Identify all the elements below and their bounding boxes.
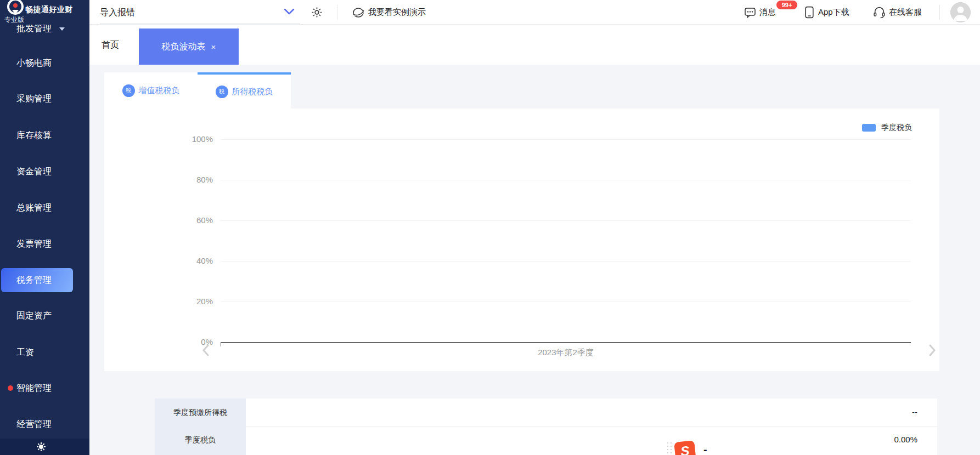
tab-tax-fluctuation-active[interactable]: 税负波动表 ×	[139, 29, 239, 65]
window-tab-bar: 首页 税负波动表 ×	[89, 25, 980, 65]
topbar-divider	[337, 5, 337, 20]
user-avatar[interactable]	[950, 2, 971, 22]
chevron-down-icon[interactable]	[284, 8, 295, 15]
sidebar-item-tax-active[interactable]: 税务管理	[1, 268, 73, 292]
assistant-logo-icon[interactable]: S	[674, 440, 696, 455]
y-axis-tick: 40%	[159, 256, 213, 265]
close-tab-icon[interactable]: ×	[211, 42, 216, 52]
sidebar-item-fixed-assets[interactable]: 固定资产	[0, 304, 89, 328]
brand-edition: 专业版	[4, 15, 24, 25]
y-axis-tick: 100%	[159, 134, 213, 144]
sidebar: 批发管理 畅捷通好业财 专业版 小畅电商 采购管理 库存核算 资金管理 总账管理…	[0, 0, 89, 455]
settings-gear-icon[interactable]	[36, 442, 46, 452]
subtab-vat-tax[interactable]: 税 增值税税负	[104, 72, 198, 109]
demo-globe-icon	[352, 7, 365, 19]
y-axis-tick: 80%	[159, 175, 213, 184]
gridline	[221, 261, 911, 261]
legend-label: 季度税负	[881, 123, 912, 133]
chart-prev-arrow[interactable]	[202, 344, 210, 356]
legend-swatch	[862, 124, 876, 132]
subtab-label: 增值税税负	[139, 86, 180, 96]
sidebar-item-label: 固定资产	[16, 311, 52, 320]
brand-header: 畅捷通好业财 专业版	[0, 0, 89, 25]
tax-summary-table: 季度预缴所得税 -- 季度税负 0.00%	[155, 399, 937, 455]
sidebar-item-inventory[interactable]: 库存核算	[0, 123, 89, 147]
sidebar-item-label: 采购管理	[16, 94, 52, 103]
message-bubble-icon	[744, 7, 756, 19]
tab-home-label: 首页	[102, 40, 119, 49]
y-axis-tick: 20%	[159, 297, 213, 306]
sidebar-item-label: 工资	[16, 348, 34, 357]
drag-handle-icon[interactable]	[667, 442, 673, 455]
notification-dot	[8, 385, 13, 391]
sidebar-item-payroll[interactable]: 工资	[0, 340, 89, 365]
x-axis-category-label: 2023年第2季度	[456, 348, 675, 358]
sidebar-item-smart[interactable]: 智能管理	[0, 376, 89, 400]
table-row-value: --	[246, 399, 927, 426]
brand-name: 畅捷通好业财	[25, 5, 73, 15]
gridline	[221, 180, 911, 180]
x-axis-line	[221, 342, 911, 343]
tab-home[interactable]: 首页	[102, 25, 119, 65]
demo-link[interactable]: 我要看实例演示	[352, 0, 426, 25]
sidebar-item-ledger[interactable]: 总账管理	[0, 196, 89, 220]
widget-minimize-dash[interactable]: -	[703, 443, 707, 455]
sidebar-item-label: 批发管理	[16, 24, 52, 33]
sidebar-item-label: 库存核算	[16, 130, 52, 140]
headset-icon	[873, 6, 886, 19]
tax-badge-icon: 税	[216, 86, 228, 98]
sidebar-item-label: 智能管理	[16, 383, 52, 393]
sidebar-item-label: 发票管理	[16, 239, 52, 248]
demo-link-label: 我要看实例演示	[368, 7, 426, 18]
phone-icon	[804, 6, 815, 19]
tab-label: 税负波动表	[162, 41, 206, 53]
chart-legend[interactable]: 季度税负	[862, 123, 912, 133]
sidebar-item-operations[interactable]: 经营管理	[0, 412, 89, 436]
x-axis-tick	[221, 342, 221, 346]
messages-badge: 99+	[776, 1, 797, 9]
gridline	[221, 220, 911, 221]
app-download-button[interactable]: App下载	[804, 0, 849, 25]
tax-burden-chart: 季度税负 100% 80% 60% 40% 20% 0% 2023年第2季度	[104, 109, 939, 371]
gridline	[221, 139, 911, 140]
settings-gear-button[interactable]	[311, 0, 323, 25]
sidebar-item-label: 总账管理	[16, 203, 52, 212]
tax-badge-icon: 税	[122, 84, 135, 97]
topbar: 导入报错 我要看实例演示 99+	[89, 0, 980, 25]
topbar-divider	[939, 5, 940, 20]
online-support-button[interactable]: 在线客服	[873, 0, 922, 25]
chart-next-arrow[interactable]	[928, 344, 936, 356]
messages-button[interactable]: 消息	[744, 0, 776, 25]
sidebar-item-invoice[interactable]: 发票管理	[0, 232, 89, 256]
app-window: 批发管理 畅捷通好业财 专业版 小畅电商 采购管理 库存核算 资金管理 总账管理…	[0, 0, 980, 455]
table-row-label: 季度预缴所得税	[155, 399, 246, 426]
sidebar-item-ecommerce[interactable]: 小畅电商	[0, 51, 89, 75]
subtab-label: 所得税税负	[232, 87, 273, 97]
sidebar-item-label: 税务管理	[16, 275, 52, 285]
app-download-label: App下载	[818, 7, 849, 18]
subtab-income-tax-active[interactable]: 税 所得税税负	[198, 72, 291, 109]
online-support-label: 在线客服	[889, 7, 922, 18]
table-row-label: 季度税负	[155, 426, 246, 453]
messages-label: 消息	[759, 7, 776, 18]
floating-assistant-widget: S -	[667, 440, 717, 455]
sidebar-item-funds[interactable]: 资金管理	[0, 160, 89, 184]
y-axis-tick: 60%	[159, 215, 213, 225]
chevron-down-icon	[59, 27, 65, 31]
sidebar-item-label: 经营管理	[16, 419, 52, 429]
sidebar-item-purchase[interactable]: 采购管理	[0, 87, 89, 111]
gridline	[221, 302, 911, 302]
table-row-value: 0.00%	[246, 426, 927, 453]
import-error-select-value: 导入报错	[100, 7, 135, 19]
sidebar-footer	[0, 439, 89, 455]
import-error-select[interactable]: 导入报错	[100, 0, 300, 24]
sidebar-item-label: 小畅电商	[16, 58, 52, 67]
sidebar-item-label: 资金管理	[16, 167, 52, 176]
